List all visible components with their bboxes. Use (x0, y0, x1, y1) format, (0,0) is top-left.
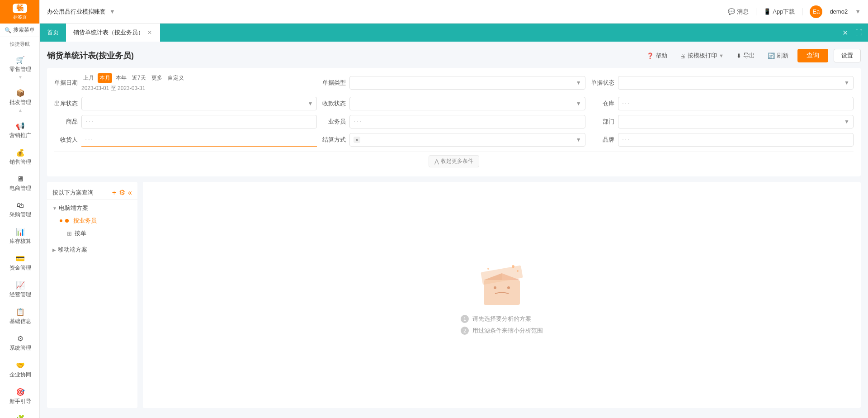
date-more[interactable]: 更多 (150, 73, 164, 83)
staff-select[interactable]: ··· (349, 115, 585, 128)
sidebar-item-newbie[interactable]: 🎯 新手引导 (0, 383, 39, 410)
page-actions: ❓ 帮助 🖨 按模板打印 ▼ ⬇ 导出 🔄 刷新 (643, 49, 861, 62)
filter-panel: 单据日期 上月 本月 本年 近7天 更多 自定义 2023-03-01 至 20… (47, 68, 861, 176)
doc-status-select[interactable]: ▼ (618, 76, 854, 90)
collapse-button[interactable]: ⋀ 收起更多条件 (429, 155, 479, 167)
sales-icon: 💰 (16, 148, 25, 157)
tab-close-icon[interactable]: ✕ (146, 28, 153, 37)
wholesale-icon: 📦 (16, 89, 25, 97)
sidebar-item-retail[interactable]: 🛒 零售管理 ▼ (0, 51, 39, 84)
sidebar-item-finance[interactable]: 💳 资金管理 (0, 250, 39, 276)
sidebar-item-basic[interactable]: 📋 基础信息 (0, 303, 39, 330)
sidebar-item-ecommerce[interactable]: 🖥 电商管理 (0, 171, 39, 197)
content-area: 按以下方案查询 + ⚙ « ▼ 电脑端方案 (47, 182, 861, 408)
tab-maximize-icon[interactable]: ⛶ (854, 27, 864, 38)
warehouse-dots: ··· (622, 100, 631, 108)
tab-home[interactable]: 首页 (40, 24, 66, 42)
settings-plan-icon[interactable]: ⚙ (119, 188, 125, 197)
user-dropdown-icon[interactable]: ▼ (855, 8, 861, 15)
dept-select[interactable]: ▼ (618, 115, 854, 128)
quick-nav[interactable]: 快捷导航 (8, 37, 32, 51)
out-status-caret: ▼ (307, 100, 313, 107)
page-title: 销货单统计表(按业务员) (47, 50, 134, 61)
date-prev-month[interactable]: 上月 (81, 73, 96, 83)
brand-select[interactable]: ··· (618, 133, 854, 147)
tip-num-1: 1 (461, 315, 469, 323)
sidebar: 畅 标签页 🔍 搜索菜单 快捷导航 🛒 零售管理 ▼ 📦 批发管理 ▲ 📢 营销… (0, 0, 40, 418)
sidebar-item-appstore[interactable]: 🧩 应用中心 (0, 410, 39, 418)
page-content: 销货单统计表(按业务员) ❓ 帮助 🖨 按模板打印 ▼ ⬇ 导出 (40, 42, 868, 418)
settings-button[interactable]: 设置 (834, 49, 861, 62)
query-button[interactable]: 查询 (797, 49, 828, 62)
app-download-action[interactable]: 📱 App下载 (764, 8, 795, 16)
tip-text-1: 请先选择要分析的方案 (472, 315, 531, 323)
goods-label: 商品 (54, 118, 78, 126)
header-divider2 (802, 8, 802, 15)
plan-subitem-label: 按单 (75, 229, 86, 238)
empty-tip-2: 2 用过滤条件来缩小分析范围 (461, 327, 543, 335)
empty-svg (475, 255, 529, 309)
doc-status-label: 单据状态 (591, 79, 614, 87)
user-name[interactable]: demo2 (830, 8, 848, 15)
date-range-text: 2023-03-01 至 2023-03-31 (81, 85, 317, 92)
date-cur-month[interactable]: 本月 (98, 73, 112, 83)
doc-type-select[interactable]: ▼ (349, 76, 585, 90)
collapse-up-icon: ⋀ (434, 158, 439, 165)
sidebar-item-purchase[interactable]: 🛍 采购管理 (0, 197, 39, 223)
help-button[interactable]: ❓ 帮助 (643, 50, 671, 62)
plan-item-by-staff[interactable]: 按业务员 (47, 214, 137, 227)
group-mobile-arrow-icon: ▶ (52, 247, 56, 252)
filter-date: 单据日期 上月 本月 本年 近7天 更多 自定义 2023-03-01 至 20… (54, 73, 317, 92)
filter-receive-status: 收款状态 ▼ (322, 97, 585, 110)
sidebar-item-marketing[interactable]: 📢 营销推广 (0, 117, 39, 144)
sidebar-item-label: 电商管理 (9, 185, 31, 192)
date-cur-year[interactable]: 本年 (114, 73, 128, 83)
purchase-icon: 🛍 (17, 201, 24, 209)
filter-row-4: 收货人 ··· 结算方式 × ▼ (54, 133, 854, 147)
tab-close-window-icon[interactable]: ✕ (840, 27, 850, 39)
sidebar-item-sales[interactable]: 💰 销售管理 (0, 144, 39, 171)
settle-tag[interactable]: × (354, 137, 360, 143)
plan-item-by-order[interactable]: ⊞ 按单 (47, 227, 137, 240)
sidebar-item-operation[interactable]: 📈 经营管理 (0, 276, 39, 303)
top-header: 办公用品行业模拟账套 ▼ 💬 消息 📱 App下载 Ea demo2 ▼ (40, 0, 868, 24)
out-status-select[interactable]: ▼ (81, 97, 317, 110)
collapse-sidebar-icon[interactable]: « (128, 189, 132, 197)
print-button[interactable]: 🖨 按模板打印 ▼ (676, 50, 727, 62)
settle-select[interactable]: × ▼ (349, 133, 585, 147)
logo-subtext: 标签页 (13, 14, 27, 20)
ecommerce-icon: 🖥 (17, 175, 24, 183)
receive-status-select[interactable]: ▼ (349, 97, 585, 110)
receive-status-label: 收款状态 (322, 100, 346, 108)
warehouse-select[interactable]: ··· (618, 97, 854, 110)
filter-row-1: 单据日期 上月 本月 本年 近7天 更多 自定义 2023-03-01 至 20… (54, 73, 854, 92)
sidebar-item-wholesale[interactable]: 📦 批发管理 ▲ (0, 84, 39, 117)
sidebar-search[interactable]: 🔍 搜索菜单 (0, 24, 39, 37)
page-inner: 销货单统计表(按业务员) ❓ 帮助 🖨 按模板打印 ▼ ⬇ 导出 (40, 42, 868, 415)
sidebar-item-label: 营销推广 (9, 132, 31, 139)
help-label: 帮助 (656, 52, 667, 60)
export-button[interactable]: ⬇ 导出 (733, 50, 759, 62)
refresh-button[interactable]: 🔄 刷新 (764, 50, 792, 62)
date-7days[interactable]: 近7天 (130, 73, 148, 83)
message-action[interactable]: 💬 消息 (728, 8, 749, 16)
receiver-input[interactable]: ··· (81, 133, 317, 147)
tab-report[interactable]: 销货单统计表（按业务员） ✕ (66, 24, 160, 42)
plan-group-mobile-header[interactable]: ▶ 移动端方案 (47, 243, 137, 256)
goods-select[interactable]: ··· (81, 115, 317, 128)
receive-status-caret: ▼ (576, 100, 581, 107)
svg-point-7 (494, 286, 496, 289)
sidebar-item-system[interactable]: ⚙ 系统管理 (0, 330, 39, 356)
add-plan-icon[interactable]: + (112, 189, 116, 197)
tab-home-label: 首页 (47, 28, 59, 37)
sidebar-item-inventory[interactable]: 📊 库存核算 (0, 223, 39, 250)
empty-illustration (475, 255, 529, 309)
breadcrumb-dropdown-icon[interactable]: ▼ (109, 8, 115, 15)
date-custom[interactable]: 自定义 (166, 73, 186, 83)
download-icon: 📱 (764, 8, 771, 15)
dept-caret: ▼ (844, 119, 849, 125)
search-label: 搜索菜单 (13, 26, 35, 34)
plan-group-desktop-header[interactable]: ▼ 电脑端方案 (47, 202, 137, 214)
refresh-icon: 🔄 (768, 52, 775, 59)
sidebar-item-enterprise[interactable]: 🤝 企业协同 (0, 356, 39, 383)
